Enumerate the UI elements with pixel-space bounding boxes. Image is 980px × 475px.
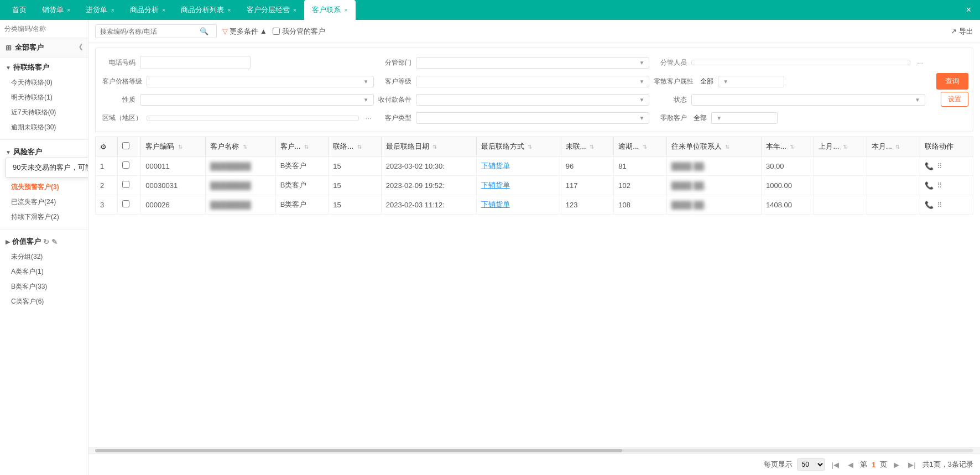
- my-customers-checkbox[interactable]: [273, 28, 280, 35]
- close-sales-tab[interactable]: ×: [67, 7, 70, 13]
- nav-purchase[interactable]: 进货单 ×: [78, 0, 122, 20]
- sidebar-item-tomorrow-contact[interactable]: 明天待联络(1): [0, 90, 88, 105]
- col-contact[interactable]: 联络... ⇅: [329, 137, 382, 156]
- col-uncontacted[interactable]: 未联... ⇅: [561, 137, 614, 156]
- manager-dots-button[interactable]: ···: [915, 59, 925, 67]
- row-last-method[interactable]: 下销货单: [476, 156, 561, 176]
- query-button[interactable]: 查询: [936, 73, 968, 90]
- department-select[interactable]: ▼: [416, 57, 650, 69]
- page-nav-next[interactable]: ▶: [892, 460, 901, 470]
- chevron-down-icon-2: ▼: [363, 79, 369, 85]
- col-name[interactable]: 客户名称 ⇅: [206, 137, 276, 156]
- last-method-link[interactable]: 下销货单: [481, 200, 510, 208]
- search-input[interactable]: [100, 28, 200, 35]
- row-last-method[interactable]: 下销货单: [476, 195, 561, 215]
- sidebar-item-7days-contact[interactable]: 近7天待联络(0): [0, 105, 88, 120]
- settings-button[interactable]: 设置: [941, 92, 968, 107]
- close-customer-segmentation-tab[interactable]: ×: [293, 7, 296, 13]
- sidebar-group-value-title[interactable]: ▶ 价值客户 ↻ ✎: [0, 234, 88, 249]
- filter-status: 状态 ▼: [654, 94, 925, 106]
- col-this-month[interactable]: 本月... ⇅: [867, 137, 920, 156]
- sidebar-item-class-a[interactable]: A类客户(1): [0, 264, 88, 279]
- sidebar-item-class-b[interactable]: B类客户(33): [0, 279, 88, 294]
- per-page-select[interactable]: 50 100 200: [797, 458, 825, 471]
- sidebar-item-declining[interactable]: 持续下滑客户(2): [0, 210, 88, 225]
- close-customer-contact-tab[interactable]: ×: [344, 7, 347, 13]
- horizontal-scrollbar[interactable]: [88, 447, 980, 453]
- col-last-month[interactable]: 上月... ⇅: [814, 137, 867, 156]
- row-checkbox[interactable]: [118, 176, 141, 195]
- action-more-icon[interactable]: ⠿: [937, 162, 942, 170]
- manager-select[interactable]: [691, 60, 910, 65]
- col-last-date[interactable]: 最后联络日期 ⇅: [381, 137, 476, 156]
- col-code[interactable]: 客户编码 ⇅: [141, 137, 206, 156]
- page-nav-last[interactable]: ▶|: [906, 460, 918, 470]
- nav-customer-segmentation[interactable]: 客户分层经营 ×: [239, 0, 304, 20]
- sidebar-item-churn-warning[interactable]: 流失预警客户(3): [0, 180, 88, 195]
- row-last-method[interactable]: 下销货单: [476, 176, 561, 195]
- close-product-analysis-list-tab[interactable]: ×: [227, 7, 231, 13]
- export-button[interactable]: ↗ 导出: [951, 27, 973, 36]
- sidebar-group-pending-title[interactable]: ▼ 待联络客户: [0, 60, 88, 75]
- action-phone-icon[interactable]: 📞: [925, 162, 934, 170]
- row-select-checkbox[interactable]: [122, 181, 129, 188]
- sidebar-item-ungrouped[interactable]: 未分组(32): [0, 249, 88, 264]
- nav-customer-contact[interactable]: 客户联系 ×: [304, 0, 355, 20]
- col-type[interactable]: 客户... ⇅: [275, 137, 329, 156]
- retail-attr-select[interactable]: ▼: [718, 76, 784, 87]
- more-filter-button[interactable]: ▽ 更多条件 ▲: [222, 27, 267, 36]
- close-purchase-tab[interactable]: ×: [111, 7, 114, 13]
- sidebar-item-overdue-contact[interactable]: 逾期未联络(30): [0, 120, 88, 135]
- nav-home[interactable]: 首页: [4, 0, 34, 20]
- row-select-checkbox[interactable]: [122, 200, 129, 207]
- filter-action-buttons: 查询 设置: [932, 53, 973, 127]
- row-select-checkbox[interactable]: [122, 161, 129, 169]
- nav-product-analysis-list[interactable]: 商品分析列表 ×: [173, 0, 238, 20]
- refresh-icon[interactable]: ↻: [43, 238, 49, 246]
- phone-input[interactable]: [140, 56, 251, 69]
- filter-icon: ▽: [222, 27, 228, 35]
- col-overdue[interactable]: 逾期... ⇅: [614, 137, 667, 156]
- sidebar-item-class-c[interactable]: C类客户(6): [0, 294, 88, 309]
- page-nav-first[interactable]: |◀: [830, 460, 841, 470]
- window-close-button[interactable]: ×: [962, 5, 976, 15]
- col-contact-person[interactable]: 往来单位联系人 ⇅: [666, 137, 761, 156]
- payment-label: 收付款条件: [378, 95, 411, 105]
- action-more-icon[interactable]: ⠿: [937, 201, 942, 209]
- page-nav-prev[interactable]: ◀: [846, 460, 856, 470]
- sidebar-item-churned[interactable]: 已流失客户(24): [0, 195, 88, 210]
- action-more-icon[interactable]: ⠿: [937, 181, 942, 190]
- customer-type-select[interactable]: ▼: [416, 112, 650, 124]
- region-select[interactable]: [147, 116, 359, 121]
- region-dots-button[interactable]: ···: [363, 114, 374, 122]
- status-select[interactable]: ▼: [691, 94, 925, 106]
- payment-select[interactable]: ▼: [416, 94, 650, 106]
- filter-customer-grade: 客户等级 ▼: [378, 76, 650, 87]
- select-all-checkbox[interactable]: [122, 142, 129, 149]
- last-method-link[interactable]: 下销货单: [481, 161, 510, 170]
- row-checkbox[interactable]: [118, 156, 141, 176]
- action-phone-icon[interactable]: 📞: [925, 181, 934, 190]
- sidebar-item-today-contact[interactable]: 今天待联络(0): [0, 75, 88, 90]
- col-this-year[interactable]: 本年... ⇅: [761, 137, 814, 156]
- search-icon[interactable]: 🔍: [200, 27, 208, 35]
- col-checkbox[interactable]: [118, 137, 141, 156]
- price-grade-select[interactable]: ▼: [147, 76, 374, 87]
- collapse-sidebar-icon[interactable]: 《: [75, 43, 82, 53]
- last-method-link[interactable]: 下销货单: [481, 181, 510, 189]
- nav-product-analysis[interactable]: 商品分析 ×: [122, 0, 173, 20]
- edit-icon[interactable]: ✎: [51, 238, 58, 246]
- category-search-input[interactable]: [4, 25, 87, 33]
- sidebar-all-customers-header[interactable]: ⊞ 全部客户 《: [0, 38, 88, 58]
- nature-select[interactable]: ▼: [140, 94, 374, 106]
- nav-sales[interactable]: 销货单 ×: [34, 0, 78, 20]
- filter-area: 电话号码 分管部门 ▼ 分管人员: [95, 48, 973, 132]
- col-last-method[interactable]: 最后联络方式 ⇅: [476, 137, 561, 156]
- action-phone-icon[interactable]: 📞: [925, 201, 934, 209]
- customer-grade-select[interactable]: ▼: [416, 76, 650, 87]
- risk-tooltip: 90天未交易的客户，可能有流失风险。: [6, 158, 88, 178]
- row-checkbox[interactable]: [118, 195, 141, 215]
- retail-customer-select[interactable]: ▼: [711, 112, 778, 124]
- close-product-analysis-tab[interactable]: ×: [162, 7, 165, 13]
- col-settings[interactable]: ⚙: [96, 137, 118, 156]
